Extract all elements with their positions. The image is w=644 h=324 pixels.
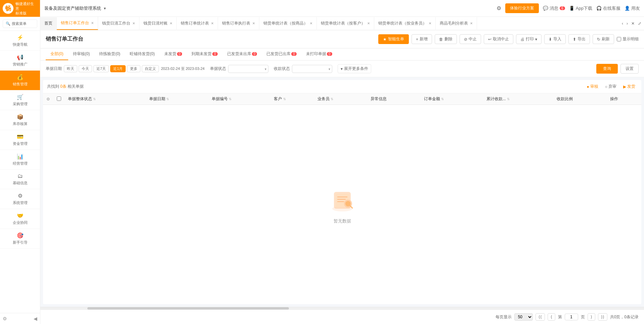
sub-tab-shipped-not-out[interactable]: 已发货未出库0: [222, 48, 262, 60]
filter-date-today[interactable]: 今天: [79, 65, 92, 72]
tab-product-margin-close[interactable]: ✕: [470, 22, 473, 25]
expand-more-button[interactable]: ▾ 展开更多条件: [338, 64, 371, 73]
sort-staff-icon[interactable]: ⇅: [331, 97, 333, 101]
topbar-dropdown[interactable]: ▾: [104, 6, 106, 11]
tab-sales-stat-staff-close[interactable]: ✕: [429, 22, 431, 25]
refresh-button[interactable]: ↻ 刷新: [593, 34, 614, 44]
sidebar-item-marketing[interactable]: 📢 营销推广: [0, 51, 40, 71]
tab-sales-exec[interactable]: 销售订单执行表 ✕: [218, 17, 259, 30]
stop-button[interactable]: ⊘ 中止: [460, 34, 481, 44]
filter-payment-select[interactable]: [292, 65, 332, 73]
sub-tab-shipped-out[interactable]: 已发货已出库0: [262, 48, 301, 60]
topbar-gear-icon[interactable]: ⚙: [497, 5, 501, 11]
online-service-button[interactable]: 🎧 在线客服: [596, 5, 620, 11]
sub-tab-not-printed[interactable]: 未打印单据0: [301, 48, 337, 60]
show-detail-checkbox[interactable]: [617, 37, 621, 41]
filter-date-7days[interactable]: 近7天: [93, 65, 109, 72]
tab-sales-stat-customer[interactable]: 销货单统计表（按客户） ✕: [317, 17, 374, 30]
delete-button[interactable]: 🗑 删除: [435, 34, 457, 44]
sidebar-item-finance[interactable]: 💳 资金管理: [0, 130, 40, 150]
page-input[interactable]: [565, 314, 578, 320]
tab-sales-order[interactable]: 销售订单工作台 ✕: [57, 17, 98, 30]
tab-next-button[interactable]: ›: [625, 20, 629, 27]
print-button[interactable]: 🖨 打印 ▾: [516, 34, 542, 44]
tab-expand-button[interactable]: ⤢: [637, 20, 643, 27]
tab-prev-button[interactable]: ‹: [620, 20, 625, 27]
sort-amount-icon[interactable]: ⇅: [441, 97, 444, 101]
app-download-button[interactable]: 📱 App下载: [569, 5, 592, 11]
sort-customer-icon[interactable]: ⇅: [283, 97, 286, 101]
filter-status-select[interactable]: [228, 65, 268, 73]
filter-date-more[interactable]: 更多: [127, 65, 140, 72]
sort-date-icon[interactable]: ⇅: [166, 97, 169, 101]
page-first-button[interactable]: ⟨⟨: [535, 313, 545, 321]
tab-cash-daily-close[interactable]: ✕: [132, 22, 135, 25]
sort-status-icon[interactable]: ⇅: [93, 97, 96, 101]
query-button[interactable]: 查询: [596, 64, 618, 74]
search-menu-button[interactable]: 🔍 搜索菜单: [3, 19, 37, 28]
user-button[interactable]: 👤 用友: [625, 5, 640, 11]
tab-sales-exec-close[interactable]: ✕: [252, 22, 255, 25]
tab-home[interactable]: 首页: [40, 17, 57, 30]
tab-sales-stat-close[interactable]: ✕: [211, 22, 214, 25]
column-settings[interactable]: ⚙: [43, 93, 53, 105]
sidebar-item-inventory[interactable]: 📦 库存核算: [0, 110, 40, 130]
sidebar-item-quick-nav[interactable]: ⚡ 快捷导航: [0, 31, 40, 51]
industry-solution-button[interactable]: 体验行业方案: [505, 3, 539, 13]
sidebar-item-sales[interactable]: 💰 销售管理: [0, 71, 40, 90]
tab-sales-stat-customer-close[interactable]: ✕: [367, 22, 370, 25]
page-last-button[interactable]: ⟩⟩: [598, 313, 607, 321]
sidebar-item-basic-info[interactable]: 🗂 基础信息: [0, 170, 40, 189]
sidebar-item-operations[interactable]: 📊 经营管理: [0, 150, 40, 170]
filter-status-label: 单据状态: [210, 66, 226, 72]
message-button[interactable]: 💬 消息 6: [543, 5, 565, 11]
sub-tab-wangpu[interactable]: 旺铺待发货(0): [125, 48, 160, 60]
filter-date-1month[interactable]: 近1月: [110, 65, 126, 72]
tab-sales-stat-product[interactable]: 销货单统计表（按商品） ✕: [259, 17, 317, 30]
smart-create-button[interactable]: ★ 智能生单: [378, 34, 409, 44]
per-page-select[interactable]: 50 10 20 100: [514, 313, 533, 321]
tab-product-margin[interactable]: 商品毛利分析表 ✕: [436, 17, 477, 30]
ship-button[interactable]: ▶ 发货: [621, 83, 637, 90]
filter-date-custom[interactable]: 自定义: [142, 65, 159, 72]
settings-bottom-button[interactable]: ⚙: [3, 316, 7, 321]
sub-tab-all[interactable]: 全部(0): [46, 48, 68, 60]
sidebar-item-guide[interactable]: 🎯 新手引导: [0, 229, 40, 249]
cancel-review-button[interactable]: ○ 弃审: [603, 83, 618, 90]
sub-tab-not-shipped[interactable]: 未发货0: [160, 48, 187, 60]
sidebar-item-enterprise[interactable]: 🤝 企业协同: [0, 209, 40, 229]
tab-cash-reconcile[interactable]: 钱货日清对账 ✕: [139, 17, 177, 30]
sort-collected-icon[interactable]: ⇅: [507, 97, 510, 101]
tab-close-all-button[interactable]: ✕: [630, 20, 636, 27]
export-button[interactable]: ⬆ 导出: [568, 34, 590, 44]
column-amount: 订单金额 ⇅: [421, 93, 483, 105]
sub-tab-shipped-out-label: 已发货已出库: [266, 51, 291, 56]
column-checkbox[interactable]: [53, 93, 65, 105]
scrollbar-thumb[interactable]: [87, 307, 289, 310]
select-all-checkbox[interactable]: [57, 96, 61, 101]
cancel-stop-button[interactable]: ↩ 取消中止: [484, 34, 513, 44]
tab-cash-reconcile-close[interactable]: ✕: [170, 22, 172, 25]
sort-number-icon[interactable]: ⇅: [229, 97, 231, 101]
page-next-button[interactable]: ⟩: [588, 313, 595, 321]
review-button[interactable]: ● 审核: [585, 83, 600, 90]
page-prev-button[interactable]: ⟨: [548, 313, 555, 321]
tab-sales-order-close[interactable]: ✕: [91, 21, 94, 25]
sidebar-item-purchase[interactable]: 🛒 采购管理: [0, 90, 40, 110]
sidebar-item-system[interactable]: ⚙ 系统管理: [0, 189, 40, 209]
tab-sales-stat-staff[interactable]: 销货单统计表（按业务员） ✕: [374, 17, 436, 30]
show-detail-label[interactable]: 显示明细: [617, 36, 639, 42]
filter-date-yesterday[interactable]: 昨天: [64, 65, 77, 72]
sub-tab-pending-check[interactable]: 待拣验货(0): [94, 48, 125, 60]
tab-cash-daily[interactable]: 钱货日清工作台 ✕: [98, 17, 139, 30]
import-button[interactable]: ⬇ 导入: [544, 34, 566, 44]
scrollbar-area[interactable]: [40, 307, 644, 310]
add-button[interactable]: + 新增: [412, 34, 432, 44]
sub-tab-expired[interactable]: 到期未发货0: [187, 48, 222, 60]
tab-sales-stat-product-close[interactable]: ✕: [310, 22, 312, 25]
tab-sales-stat[interactable]: 销售订单统计表 ✕: [177, 17, 218, 30]
sub-tab-pending-review[interactable]: 待审核(0): [68, 48, 95, 60]
collapse-button[interactable]: ◀: [34, 316, 37, 321]
filter-settings-button[interactable]: 设置: [620, 64, 639, 74]
tab-product-margin-label: 商品毛利分析表: [440, 21, 468, 26]
